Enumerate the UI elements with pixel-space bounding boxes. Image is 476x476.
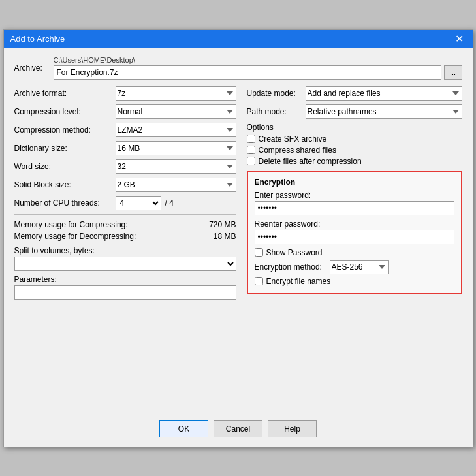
- help-button[interactable]: Help: [268, 420, 317, 437]
- params-input[interactable]: [14, 285, 236, 300]
- show-password-checkbox[interactable]: [255, 248, 263, 257]
- word-size-label: Word size:: [14, 162, 116, 171]
- compression-method-label: Compression method:: [14, 125, 116, 135]
- encryption-method-select[interactable]: AES-256 ZipCrypto: [330, 260, 389, 274]
- create-sfx-row: Create SFX archive: [247, 135, 462, 144]
- create-sfx-label: Create SFX archive: [259, 135, 327, 144]
- reenter-password-input[interactable]: [255, 230, 454, 244]
- encrypt-names-checkbox[interactable]: [255, 277, 263, 285]
- delete-after-label: Delete files after compression: [259, 157, 362, 166]
- memory-decompress-label: Memory usage for Decompressing:: [14, 232, 214, 241]
- title-bar: Add to Archive ✕: [4, 30, 473, 48]
- dictionary-size-select[interactable]: 16 MB 1 MB 2 MB 4 MB 8 MB 32 MB 64 MB: [116, 141, 236, 155]
- archive-format-label: Archive format:: [14, 89, 116, 98]
- solid-block-label: Solid Block size:: [14, 180, 116, 189]
- encryption-box: Encryption Enter password: Reenter passw…: [247, 171, 462, 294]
- update-mode-label: Update mode:: [247, 89, 306, 98]
- path-mode-row: Path mode: Relative pathnames Full pathn…: [247, 104, 462, 119]
- dialog-title: Add to Archive: [10, 34, 65, 44]
- archive-filename-input[interactable]: [54, 65, 441, 80]
- memory-compress-label: Memory usage for Compressing:: [14, 220, 210, 229]
- compression-method-row: Compression method: LZMA2 LZMA PPMd BZip…: [14, 123, 236, 137]
- dialog-footer: OK Cancel Help: [4, 414, 473, 447]
- dialog-content: Archive: C:\Users\HOME\Desktop\ ... Arch…: [4, 48, 473, 414]
- compression-level-label: Compression level:: [14, 107, 116, 116]
- cancel-button[interactable]: Cancel: [214, 420, 262, 437]
- archive-format-select[interactable]: 7z zip tar wim: [116, 86, 236, 101]
- path-mode-select[interactable]: Relative pathnames Full pathnames Absolu…: [306, 104, 462, 119]
- cpu-threads-row: Number of CPU threads: 4 1 2 8 / 4: [14, 196, 236, 210]
- solid-block-row: Solid Block size: 2 GB Non-solid 1 MB 51…: [14, 178, 236, 192]
- params-label: Parameters:: [14, 275, 236, 284]
- enter-password-input[interactable]: [255, 201, 454, 215]
- encryption-title: Encryption: [255, 178, 454, 187]
- solid-block-select[interactable]: 2 GB Non-solid 1 MB 512 MB 4 GB: [116, 178, 236, 192]
- dictionary-size-label: Dictionary size:: [14, 144, 116, 153]
- compress-shared-label: Compress shared files: [259, 146, 336, 155]
- archive-format-row: Archive format: 7z zip tar wim: [14, 86, 236, 101]
- main-grid: Archive format: 7z zip tar wim Compressi…: [14, 86, 462, 300]
- split-input[interactable]: [14, 257, 236, 271]
- memory-decompress-value: 18 MB: [214, 232, 236, 241]
- memory-decompress-row: Memory usage for Decompressing: 18 MB: [14, 232, 236, 241]
- compress-shared-row: Compress shared files: [247, 146, 462, 155]
- separator-line: [14, 214, 236, 215]
- encrypt-names-label: Encrypt file names: [266, 277, 331, 286]
- encrypt-names-row: Encrypt file names: [255, 277, 454, 286]
- params-row: Parameters:: [14, 275, 236, 300]
- compression-level-row: Compression level: Normal Store Fastest …: [14, 104, 236, 119]
- delete-after-checkbox[interactable]: [247, 157, 255, 165]
- dictionary-size-row: Dictionary size: 16 MB 1 MB 2 MB 4 MB 8 …: [14, 141, 236, 155]
- split-row: Split to volumes, bytes:: [14, 246, 236, 271]
- encryption-method-row: Encryption method: AES-256 ZipCrypto: [255, 260, 454, 274]
- update-mode-row: Update mode: Add and replace files Updat…: [247, 86, 462, 101]
- memory-compress-value: 720 MB: [209, 220, 236, 229]
- delete-after-row: Delete files after compression: [247, 157, 462, 166]
- right-column: Update mode: Add and replace files Updat…: [247, 86, 462, 300]
- archive-path-area: C:\Users\HOME\Desktop\ ...: [54, 56, 462, 80]
- archive-path-row: ...: [54, 65, 462, 80]
- path-mode-label: Path mode:: [247, 107, 306, 116]
- browse-button[interactable]: ...: [444, 65, 462, 80]
- close-button[interactable]: ✕: [452, 34, 466, 44]
- show-password-label: Show Password: [266, 248, 323, 257]
- create-sfx-checkbox[interactable]: [247, 135, 255, 143]
- word-size-select[interactable]: 32 8 16 64 128: [116, 159, 236, 174]
- options-group: Options Create SFX archive Compress shar…: [247, 123, 462, 166]
- left-column: Archive format: 7z zip tar wim Compressi…: [14, 86, 236, 300]
- word-size-row: Word size: 32 8 16 64 128: [14, 159, 236, 174]
- archive-path: C:\Users\HOME\Desktop\: [54, 56, 462, 64]
- encryption-method-label: Encryption method:: [255, 262, 330, 272]
- archive-label: Archive:: [14, 63, 54, 72]
- update-mode-select[interactable]: Add and replace files Update and add fil…: [306, 86, 462, 101]
- compression-level-select[interactable]: Normal Store Fastest Fast Maximum Ultra: [116, 104, 236, 119]
- compression-method-select[interactable]: LZMA2 LZMA PPMd BZip2: [116, 123, 236, 137]
- show-password-row: Show Password: [255, 248, 454, 257]
- memory-compress-row: Memory usage for Compressing: 720 MB: [14, 220, 236, 229]
- add-to-archive-dialog: Add to Archive ✕ Archive: C:\Users\HOME\…: [3, 29, 473, 447]
- reenter-password-label: Reenter password:: [255, 219, 454, 229]
- compress-shared-checkbox[interactable]: [247, 146, 255, 154]
- cpu-threads-select[interactable]: 4 1 2 8: [116, 196, 161, 210]
- options-title: Options: [247, 123, 462, 132]
- cpu-threads-label: Number of CPU threads:: [14, 198, 116, 208]
- cpu-threads-total: / 4: [165, 198, 174, 208]
- ok-button[interactable]: OK: [159, 420, 208, 437]
- archive-row: Archive: C:\Users\HOME\Desktop\ ...: [14, 56, 462, 80]
- enter-password-label: Enter password:: [255, 191, 454, 200]
- split-label: Split to volumes, bytes:: [14, 246, 236, 255]
